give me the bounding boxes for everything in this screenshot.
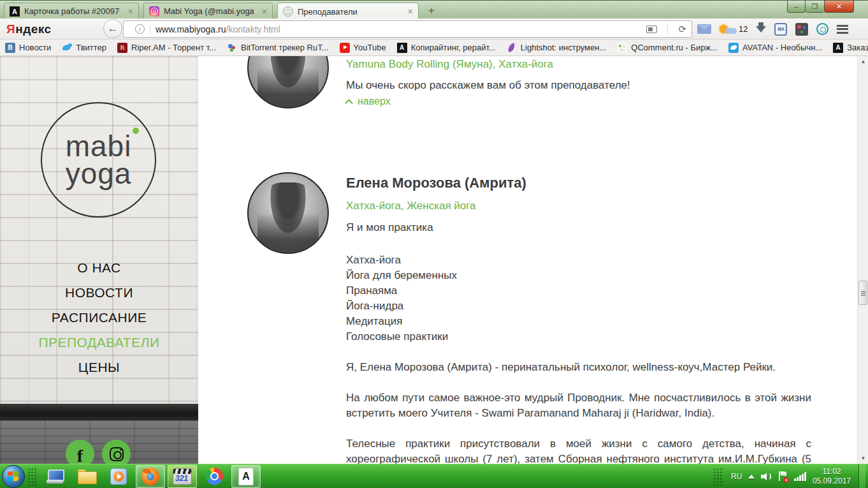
tab-close-icon[interactable]: ×: [124, 6, 133, 17]
bookmark-label: Твиттер: [76, 43, 106, 52]
tab-close-icon[interactable]: ×: [404, 6, 413, 17]
teacher-specialties[interactable]: Yamuna Body Rolling (Ямуна), Хатха-йога: [346, 58, 553, 71]
teacher-photo: [247, 172, 329, 254]
volume-icon[interactable]: [761, 472, 771, 481]
tab-advego-work-card[interactable]: A Карточка работы #20097636 ×: [4, 3, 139, 19]
taskbar-remote-desktop[interactable]: [40, 465, 69, 488]
bookmark-advego-copywriting[interactable]: AКопирайтинг, рерайт...: [397, 43, 496, 53]
yandex-logo[interactable]: Яндекс: [6, 22, 52, 36]
network-signal-icon[interactable]: [794, 472, 806, 481]
taskbar-explorer[interactable]: [72, 465, 101, 488]
sidebar-item-tseny[interactable]: ЦЕНЫ: [0, 355, 198, 380]
tab-bar: A Карточка работы #20097636 × Mabi Yoga …: [0, 0, 868, 18]
bookmark-rutracker[interactable]: BitTorrent трекер RuT...: [227, 43, 329, 53]
logo-line-1: mabi: [66, 133, 132, 159]
vertical-scrollbar[interactable]: ▲ ▼: [857, 56, 868, 464]
windows-taskbar: 321 A RU ✕ 11:02 05.09.2017: [0, 464, 868, 488]
baseboard: [0, 404, 198, 420]
tab-prepodavateli-active[interactable]: Преподаватели ×: [277, 3, 419, 20]
reader-mode-icon[interactable]: [646, 26, 657, 33]
bookmark-riper[interactable]: RRiper.AM - Торрент т...: [117, 43, 216, 53]
sidebar-item-novosti[interactable]: НОВОСТИ: [0, 280, 198, 305]
tab-instagram-mabi-yoga[interactable]: Mabi Yoga (@mabi.yoga) • Ф ×: [143, 3, 273, 19]
sidebar-item-prepodavateli[interactable]: ПРЕПОДАВАТЕЛИ: [0, 330, 198, 355]
teacher-name: Елена Морозова (Амрита): [346, 175, 526, 191]
facebook-f-icon: f: [77, 446, 83, 464]
extension-toolbar: 12 ВК: [697, 18, 848, 40]
restore-button[interactable]: ❐: [806, 1, 824, 13]
bookmarks-bar: ВНовости Твиттер RRiper.AM - Торрент т..…: [0, 40, 868, 56]
hidden-icons-arrow[interactable]: [748, 475, 755, 478]
bookmark-label: QComment.ru - Бирж...: [631, 43, 718, 52]
riper-r-icon: R: [117, 43, 127, 53]
yandex-logo-ya: Я: [6, 22, 15, 36]
show-desktop-button[interactable]: [858, 464, 865, 488]
vk-icon[interactable]: ВК: [774, 23, 787, 36]
bookmark-label: Новости: [19, 43, 51, 52]
taskbar-firefox-active[interactable]: [136, 465, 165, 488]
back-to-top-label: наверх: [358, 96, 391, 107]
tab-title: Преподаватели: [298, 7, 358, 17]
twitter-bird-icon: [62, 43, 72, 53]
minimize-button[interactable]: –: [787, 1, 806, 13]
mabi-yoga-logo[interactable]: mabi yoga: [41, 102, 156, 218]
scrollbar-down-arrow[interactable]: ▼: [858, 453, 868, 464]
photos-extension-icon[interactable]: [795, 23, 808, 36]
bookmark-label: Заказ 12784796 / 190....: [847, 43, 868, 52]
taskbar-chrome[interactable]: [199, 465, 229, 488]
tab-close-icon[interactable]: ×: [258, 6, 267, 17]
teacher-paragraph: Телесные практики присутствовали в моей …: [346, 436, 811, 464]
chrome-icon: [206, 468, 223, 485]
back-button[interactable]: ←: [103, 19, 122, 38]
instagram-button[interactable]: [102, 440, 131, 464]
mail-icon[interactable]: [697, 24, 711, 34]
taskbar-advego-app-active[interactable]: A: [231, 465, 261, 488]
bookmark-zakaz[interactable]: AЗаказ 12784796 / 190....: [833, 43, 868, 53]
taskbar-clock[interactable]: 11:02 05.09.2017: [813, 467, 851, 486]
document-a-icon: A: [238, 468, 254, 485]
scrollbar-thumb[interactable]: [858, 281, 867, 305]
bookmark-label: AVATAN - Необычн...: [742, 43, 822, 52]
action-center-flag-icon[interactable]: ✕: [778, 471, 788, 482]
teacher-intro: Я и моя практика: [346, 221, 433, 234]
weather-widget[interactable]: 12: [720, 24, 748, 34]
practices-list: Хатха-йога Йога для беременных Пранаяма …: [346, 253, 457, 344]
download-icon[interactable]: [756, 26, 766, 33]
bookmark-youtube[interactable]: YouTube: [340, 43, 386, 53]
bookmark-novosti[interactable]: ВНовости: [5, 43, 51, 53]
taskbar-mpc-active[interactable]: 321: [168, 465, 197, 488]
language-indicator[interactable]: RU: [731, 472, 742, 481]
hamburger-menu-icon[interactable]: [837, 25, 848, 34]
new-tab-button[interactable]: +: [423, 4, 440, 18]
address-bar-actions: ⟳: [646, 24, 691, 35]
site-info-icon[interactable]: i: [135, 24, 145, 34]
bookmark-label: BitTorrent трекер RuT...: [241, 43, 329, 52]
taskbar-media-player[interactable]: [104, 465, 133, 488]
scrollbar-up-arrow[interactable]: ▲: [858, 56, 868, 67]
sidebar-item-raspisanie[interactable]: РАСПИСАНИЕ: [0, 305, 198, 330]
practice-item: Йога для беременных: [346, 268, 457, 283]
url-path: /kontakty.html: [226, 24, 280, 34]
bookmark-lightshot[interactable]: Lightshot: инструмен...: [507, 43, 607, 53]
bookmark-twitter[interactable]: Твиттер: [62, 43, 106, 53]
facebook-button[interactable]: f: [66, 440, 94, 464]
teachers-page-content: Yamuna Body Rolling (Ямуна), Хатха-йога …: [198, 56, 857, 464]
tab-strip: A Карточка работы #20097636 × Mabi Yoga …: [4, 3, 440, 19]
browser-window: A Карточка работы #20097636 × Mabi Yoga …: [0, 0, 868, 488]
page-viewport: mabi yoga О НАС НОВОСТИ РАСПИСАНИЕ ПРЕПО…: [0, 56, 868, 464]
bookmark-avatan[interactable]: AVATAN - Необычн...: [728, 43, 822, 53]
close-window-button[interactable]: ✕: [824, 1, 854, 13]
start-button[interactable]: [2, 465, 25, 488]
teacher-specialties[interactable]: Хатха-йога, Женская йога: [346, 200, 476, 212]
back-to-top-link[interactable]: наверх: [346, 96, 391, 107]
taskbar-separator: [27, 468, 36, 485]
sidebar-item-o-nas[interactable]: О НАС: [0, 255, 198, 280]
reload-icon[interactable]: ⟳: [678, 24, 686, 35]
address-bar[interactable]: i www.mabiyoga.ru /kontakty.html ⟳: [123, 20, 692, 38]
bookmark-label: Lightshot: инструмен...: [521, 43, 607, 52]
clock-date: 05.09.2017: [813, 477, 851, 486]
bookmark-qcomment[interactable]: QComment.ru - Бирж...: [617, 43, 718, 53]
yandex-disk-icon[interactable]: [816, 23, 828, 35]
feather-icon: [507, 43, 517, 53]
media-player-icon: [110, 468, 127, 485]
